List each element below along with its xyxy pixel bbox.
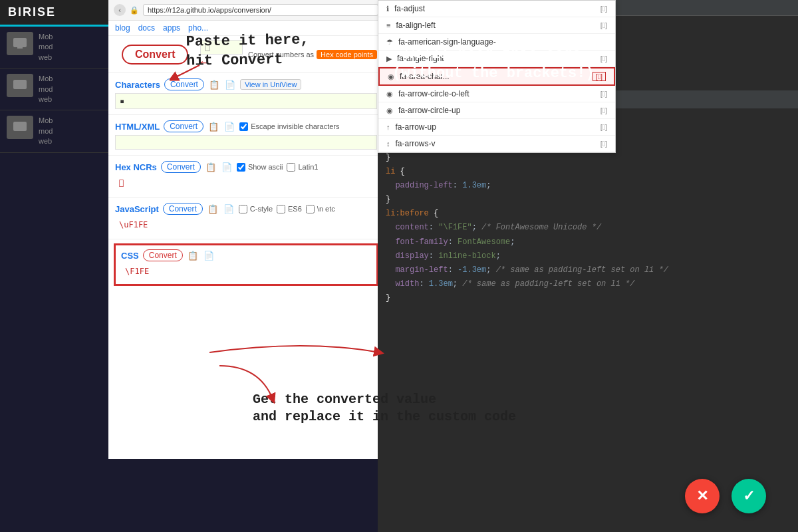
svg-rect-1 [17,47,23,49]
latin1-checkbox[interactable] [287,163,295,172]
nav-apps[interactable]: apps [163,23,180,33]
browser-bar: ‹ 🔒 [108,0,384,21]
css-line-12: margin-left: -1.3em; /* same as padding-… [378,263,798,277]
cstyle-checkbox[interactable] [239,205,247,213]
browser-lock-icon: 🔒 [130,6,139,15]
css-header: CSS Convert 📋 📄 [121,249,371,261]
dropdown-item-fa-arrow-circle-up[interactable]: ◉ fa-arrow-circle-up [] [378,102,615,119]
fa-arrows-v-text: fa-arrows-v [396,139,595,148]
htmlxml-convert-button[interactable]: Convert [164,120,203,132]
show-ascii-checkbox[interactable] [237,163,245,172]
dropdown-item-fa-area-chart[interactable]: ◉ fa-area-char... [] [378,67,615,86]
main-input-display:  [200,40,243,55]
sidebar-item-2: Mobmodweb [0,68,110,110]
fa-arrows-v-code: [] [600,140,607,148]
hexncrs-section: Hex NCRs Convert 📋 📄 Show ascii Latin1  [108,156,384,198]
browser-url-input[interactable] [143,4,378,16]
css-line-8: li:before { [378,207,798,221]
characters-copy-button[interactable]: 📋 [208,78,220,90]
htmlxml-file-button[interactable]: 📄 [223,120,235,132]
javascript-header: JavaScript Convert 📋 📄 C-style ES6 \n et… [115,203,377,215]
characters-convert-button[interactable]: Convert [164,78,204,90]
characters-output: ▪ [115,93,377,109]
sidebar-icon-2 [7,74,33,97]
css-copy-button[interactable]: 📋 [187,249,199,261]
nav-blog[interactable]: blog [115,23,130,33]
fa-area-chart-code: [] [593,72,606,81]
browser-back-button[interactable]: ‹ [114,4,126,16]
es6-checkbox[interactable] [277,205,285,213]
fa-arrow-circle-o-left-text: fa-arrow-circle-o-left [398,89,595,98]
svg-rect-0 [13,38,27,47]
fa-arrow-circle-up-code: [] [600,106,607,114]
css-file-button[interactable]: 📄 [203,249,215,261]
htmlxml-copy-button[interactable]: 📋 [207,120,219,132]
characters-section: Characters Convert 📋 📄 View in UniView ▪ [108,73,384,115]
css-line-13: width: 1.3em; /* same as padding-left se… [378,277,798,291]
hexncrs-convert-button[interactable]: Convert [161,161,201,173]
cstyle-label: C-style [239,205,273,213]
dropdown-item-fa-arrows-v[interactable]: ↕ fa-arrows-v [] [378,136,615,152]
dropdown-item-fa-align-left[interactable]: ≡ fa-align-left [] [378,17,615,34]
javascript-convert-button[interactable]: Convert [163,203,203,215]
fa-align-left-text: fa-align-left [396,21,595,30]
fa-arrows-v-icon: ↕ [386,140,390,148]
fa-arrow-circle-up-text: fa-arrow-circle-up [398,106,595,115]
autocomplete-dropdown[interactable]: ℹ fa-adjust [] ≡ fa-align-left [] ☂ fa… [378,0,616,153]
javascript-copy-button[interactable]: 📋 [207,203,219,215]
cancel-button[interactable]: ✕ [685,479,720,513]
fa-angle-right-text: fa-angle-right [397,54,595,63]
main-convert-area: Convert  ← Convert numbers as Hex code … [108,36,384,73]
convert-options: Convert numbers as Hex code points [248,50,377,59]
hex-code-points-button[interactable]: Hex code points [317,50,377,59]
fa-angle-right-code: [] [600,55,607,63]
fa-arrow-up-code: [] [600,123,607,131]
htmlxml-output [115,135,377,150]
fa-adjust-text: fa-adjust [394,4,595,13]
dropdown-item-fa-arrow-circle-o-left[interactable]: ◉ fa-arrow-circle-o-left [] [378,86,615,102]
sidebar-item-1: Mobmodweb [0,27,110,68]
input-area:  ← [200,40,243,68]
cancel-icon: ✕ [696,487,708,505]
fa-align-left-code: [] [600,21,607,29]
view-in-uniview-button[interactable]: View in UniView [240,79,301,90]
htmlxml-label: HTML/XML [115,122,160,132]
nav-docs[interactable]: docs [138,23,155,33]
hexncrs-copy-button[interactable]: 📋 [205,161,217,173]
sidebar-item-text-2: Mobmodweb [39,74,53,104]
brand-logo: BIRISE [0,0,110,27]
htmlxml-header: HTML/XML Convert 📋 📄 Escape invisible ch… [115,120,377,132]
css-label: CSS [121,251,139,261]
sidebar-item-text-1: Mobmodweb [39,32,53,63]
dropdown-item-fa-adjust[interactable]: ℹ fa-adjust [] [378,1,615,17]
css-output: \F1FE [121,264,371,280]
characters-label: Characters [115,80,160,90]
hexncrs-label: Hex NCRs [115,162,157,172]
hexncrs-file-button[interactable]: 📄 [221,161,233,173]
fa-arrow-circle-o-left-icon: ◉ [386,90,393,98]
css-convert-button[interactable]: Convert [143,249,183,261]
css-section: CSS Convert 📋 📄 \F1FE [114,243,378,286]
hexncrs-header: Hex NCRs Convert 📋 📄 Show ascii Latin1 [115,161,377,173]
characters-header: Characters Convert 📋 📄 View in UniView [115,78,377,90]
dropdown-item-fa-arrow-up[interactable]: ↑ fa-arrow-up [] [378,119,615,136]
htmlxml-section: HTML/XML Convert 📋 📄 Escape invisible ch… [108,115,384,156]
fa-arrow-up-text: fa-arrow-up [396,122,595,132]
browser-nav-links: blog docs apps pho... [108,21,384,36]
javascript-file-button[interactable]: 📄 [223,203,235,215]
characters-file-button[interactable]: 📄 [224,78,236,90]
nete-checkbox[interactable] [306,205,315,213]
sidebar-item-3: Mobmodweb [0,110,110,152]
convert-numbers-label: Convert numbers as [248,51,314,59]
main-convert-button[interactable]: Convert [122,45,188,65]
dropdown-item-fa-asl[interactable]: ☂ fa-american-sign-language- [378,34,615,51]
dropdown-item-fa-angle-right[interactable]: ▶ fa-angle-right [] [378,51,615,67]
confirm-button[interactable]: ✓ [732,479,766,513]
css-line-10: font-family: FontAwesome; [378,235,798,249]
fa-arrow-circle-up-icon: ◉ [386,106,393,115]
sidebar-icon-1 [7,32,33,55]
svg-rect-3 [13,122,27,131]
browser-window: ‹ 🔒 blog docs apps pho... Convert  ← Co… [108,0,384,459]
escape-invisible-checkbox[interactable] [239,122,248,131]
nav-more[interactable]: pho... [188,23,208,33]
